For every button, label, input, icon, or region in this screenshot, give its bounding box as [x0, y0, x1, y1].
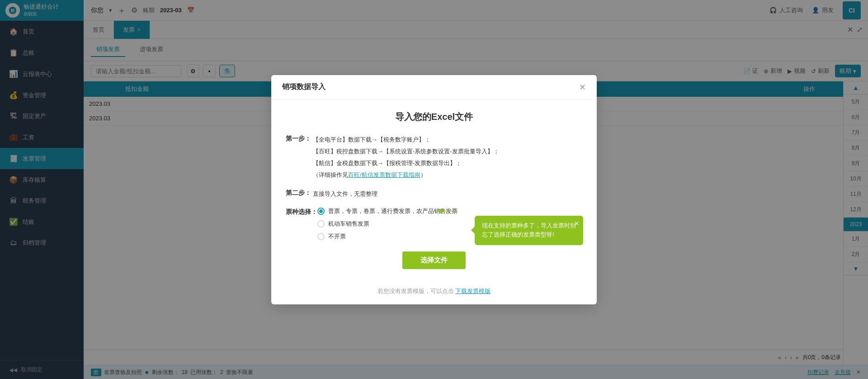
ticket-label: 票种选择：: [286, 207, 317, 241]
step1-row: 第一步： 【全电平台】数据下载→【税务数字账户】； 【百旺】税控盘数据下载→【系…: [286, 134, 582, 181]
step1-line2: 【百旺】税控盘数据下载→【系统设置-系统参数设置-发票批量导入】；: [313, 146, 582, 157]
ticket-options: 普票，专票，卷票，通行费发票，农产品销售发票 ✕ 现在支持的票种多了，导入发票时…: [317, 207, 582, 241]
modal-title: 销项数据导入: [282, 82, 326, 92]
modal-close-button[interactable]: ✕: [579, 82, 586, 92]
step1-link: （详细操作见百旺/航信发票数据下载指南）: [313, 169, 582, 181]
select-file-button[interactable]: 选择文件: [402, 251, 466, 269]
ticket-row: 票种选择： 普票，专票，卷票，通行费发票，农产品销售发票: [286, 207, 582, 241]
modal-heading: 导入您的Excel文件: [286, 111, 582, 123]
step1-line3: 【航信】金税盘数据下载→【报税管理-发票数据导出】；: [313, 157, 582, 169]
modal-footer: 若您没有发票模版，可以点击 下载发票模版: [271, 282, 597, 304]
tooltip-close-button[interactable]: ✕: [574, 218, 580, 228]
radio-dot-1: [317, 208, 325, 215]
import-modal: 销项数据导入 ✕ 导入您的Excel文件 第一步： 【全电平台】数据下载→【税务…: [271, 75, 597, 304]
footer-text: 若您没有发票模版，可以点击: [377, 288, 454, 294]
step2-text: 直接导入文件，无需整理: [313, 188, 582, 200]
tooltip-box: ✕ 现在支持的票种多了，导入发票时别忘了选择正确的发票类型呀!: [475, 216, 583, 246]
step2-row: 第二步： 直接导入文件，无需整理: [286, 188, 582, 200]
step2-content: 直接导入文件，无需整理: [313, 188, 582, 200]
download-template-link[interactable]: 下载发票模版: [455, 288, 491, 294]
step1-link-prefix: （详细操作见: [313, 171, 348, 178]
modal-overlay: 销项数据导入 ✕ 导入您的Excel文件 第一步： 【全电平台】数据下载→【税务…: [0, 0, 868, 379]
modal-body: 导入您的Excel文件 第一步： 【全电平台】数据下载→【税务数字账户】； 【百…: [271, 100, 597, 282]
radio-dot-2: [317, 220, 325, 227]
step1-line1: 【全电平台】数据下载→【税务数字账户】；: [313, 134, 582, 146]
radio-label-3: 不开票: [328, 232, 346, 241]
radio-group: 普票，专票，卷票，通行费发票，农产品销售发票 ✕ 现在支持的票种多了，导入发票时…: [317, 207, 582, 241]
tooltip-text: 现在支持的票种多了，导入发票时别忘了选择正确的发票类型呀!: [482, 222, 576, 238]
step1-link-suffix: ）: [420, 171, 426, 178]
modal-header: 销项数据导入 ✕: [271, 75, 597, 100]
radio-dot-3: [317, 233, 325, 240]
tooltip-line: [441, 211, 458, 211]
radio-option-1[interactable]: 普票，专票，卷票，通行费发票，农产品销售发票 ✕ 现在支持的票种多了，导入发票时…: [317, 207, 582, 215]
step2-label: 第二步：: [286, 188, 313, 200]
step1-content: 【全电平台】数据下载→【税务数字账户】； 【百旺】税控盘数据下载→【系统设置-系…: [313, 134, 582, 181]
guide-link[interactable]: 百旺/航信发票数据下载指南: [348, 171, 420, 178]
step1-label: 第一步：: [286, 134, 313, 181]
radio-label-2: 机动车销售发票: [328, 220, 369, 228]
